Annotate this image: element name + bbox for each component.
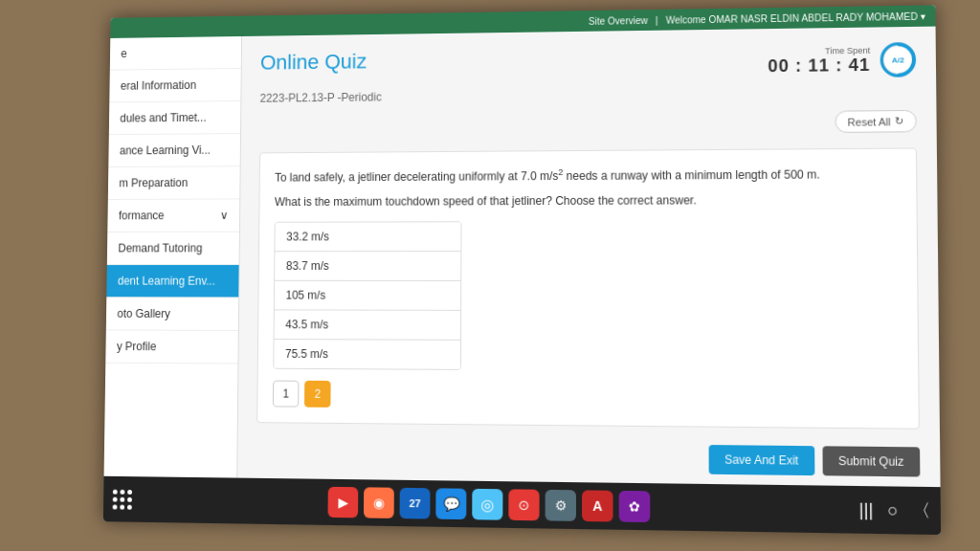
taskbar-app-chat[interactable]: 💬 bbox=[435, 488, 466, 519]
answer-option-4[interactable]: 43.5 m/s bbox=[275, 310, 461, 341]
apps-grid-icon[interactable] bbox=[113, 489, 132, 509]
answer-option-2[interactable]: 83.7 m/s bbox=[275, 252, 460, 281]
sidebar-item-e[interactable]: e bbox=[110, 36, 241, 71]
dot bbox=[120, 489, 124, 494]
progress-circle: A/2 bbox=[880, 42, 917, 77]
timer-label-value: Time Spent 00 : 11 : 41 bbox=[768, 45, 870, 76]
answer-options: 33.2 m/s 83.7 m/s 105 m/s 43.5 m/s 75.5 … bbox=[273, 221, 461, 370]
dot bbox=[113, 504, 118, 509]
dot bbox=[127, 496, 132, 501]
answer-option-3[interactable]: 105 m/s bbox=[275, 281, 460, 311]
dot bbox=[120, 496, 124, 501]
welcome-text: Welcome OMAR NASR ELDIN ABDEL RADY MOHAM… bbox=[666, 11, 925, 25]
gear-app-icon: ⚙ bbox=[554, 497, 567, 513]
purple-app-icon: ✿ bbox=[629, 498, 640, 515]
page-btn-2[interactable]: 2 bbox=[304, 381, 331, 408]
sidebar-item-profile[interactable]: y Profile bbox=[105, 330, 238, 364]
top-bar-right: Site Overview | Welcome OMAR NASR ELDIN … bbox=[589, 11, 925, 26]
dot bbox=[120, 504, 124, 509]
taskbar-app-orange[interactable]: ◉ bbox=[364, 487, 394, 518]
taskbar-app-circle[interactable]: ◎ bbox=[472, 489, 502, 520]
pdf-app-icon: A bbox=[592, 498, 602, 514]
reset-label: Reset All bbox=[848, 116, 891, 128]
timer-value: 00 : 11 : 41 bbox=[768, 55, 870, 76]
sidebar-item-photo-gallery[interactable]: oto Gallery bbox=[106, 298, 238, 331]
chevron-down-icon: ∨ bbox=[220, 209, 229, 222]
pagination: 1 2 bbox=[273, 381, 902, 412]
main-layout: e eral Information dules and Timet... an… bbox=[104, 27, 941, 488]
answer-option-5[interactable]: 75.5 m/s bbox=[274, 340, 460, 369]
sidebar-item-student-learning[interactable]: dent Learning Env... bbox=[106, 265, 238, 298]
sidebar-item-learning-vi[interactable]: ance Learning Vi... bbox=[108, 134, 240, 167]
sidebar-item-performance-label: formance bbox=[119, 209, 165, 222]
sidebar-item-schedules[interactable]: dules and Timet... bbox=[109, 101, 241, 135]
back-icon[interactable]: 〈 bbox=[912, 498, 930, 522]
orange-app-icon: ◉ bbox=[373, 495, 385, 510]
sidebar-item-demand-tutoring[interactable]: Demand Tutoring bbox=[107, 232, 239, 265]
red2-app-icon: ⊙ bbox=[518, 497, 529, 513]
quiz-title: Online Quiz bbox=[260, 50, 367, 76]
taskbar-app-gear[interactable]: ⚙ bbox=[546, 490, 576, 521]
sidebar: e eral Information dules and Timet... an… bbox=[104, 36, 243, 478]
reset-all-button[interactable]: Reset All ↻ bbox=[835, 110, 917, 133]
taskbar-apps: ▶ ◉ 27 💬 ◎ ⊙ ⚙ A ✿ bbox=[328, 487, 651, 522]
taskbar-app-calendar[interactable]: 27 bbox=[400, 488, 431, 519]
red-app-icon: ▶ bbox=[338, 495, 348, 510]
taskbar-app-red[interactable]: ▶ bbox=[328, 487, 359, 518]
quiz-header: Online Quiz Time Spent 00 : 11 : 41 A/2 bbox=[260, 42, 916, 84]
calendar-app-icon: 27 bbox=[409, 497, 420, 509]
chat-app-icon: 💬 bbox=[443, 496, 459, 512]
question-subtext: What is the maximum touchdown speed of t… bbox=[275, 192, 901, 209]
taskbar-app-purple[interactable]: ✿ bbox=[619, 491, 651, 522]
taskbar: ▶ ◉ 27 💬 ◎ ⊙ ⚙ A ✿ bbox=[103, 476, 941, 535]
dot bbox=[113, 496, 118, 501]
question-area: To land safely, a jetliner decelerating … bbox=[256, 147, 920, 429]
quiz-code: 2223-PL2.13-P -Periodic bbox=[260, 85, 917, 105]
save-exit-button[interactable]: Save And Exit bbox=[708, 445, 814, 475]
dot bbox=[113, 489, 118, 494]
separator: | bbox=[656, 14, 658, 25]
submit-quiz-button[interactable]: Submit Quiz bbox=[822, 446, 920, 476]
taskbar-right: ||| ○ 〈 bbox=[859, 497, 931, 522]
progress-inner: A/2 bbox=[884, 46, 912, 74]
circle-app-icon: ◎ bbox=[480, 496, 494, 514]
action-buttons: Save And Exit Submit Quiz bbox=[708, 445, 920, 476]
menu-icon[interactable]: ||| bbox=[859, 499, 874, 520]
sidebar-item-performance[interactable]: formance ∨ bbox=[107, 199, 239, 232]
home-icon[interactable]: ○ bbox=[887, 499, 899, 520]
dot bbox=[127, 504, 132, 509]
answer-option-1[interactable]: 33.2 m/s bbox=[275, 222, 460, 252]
question-text-part1: To land safely, a jetliner decelerating … bbox=[275, 169, 558, 184]
question-text-end: needs a runway with a minimum length of … bbox=[563, 167, 820, 183]
sidebar-item-general-info[interactable]: eral Information bbox=[109, 69, 240, 102]
sidebar-item-preparation[interactable]: m Preparation bbox=[108, 166, 240, 200]
site-overview-link[interactable]: Site Overview bbox=[589, 15, 648, 27]
refresh-icon: ↻ bbox=[895, 115, 903, 127]
dot bbox=[127, 489, 132, 494]
taskbar-app-red2[interactable]: ⊙ bbox=[508, 489, 539, 520]
content-area: Online Quiz Time Spent 00 : 11 : 41 A/2 … bbox=[237, 27, 940, 488]
timer-section: Time Spent 00 : 11 : 41 A/2 bbox=[768, 42, 916, 78]
timer-label: Time Spent bbox=[768, 45, 870, 55]
question-text: To land safely, a jetliner decelerating … bbox=[275, 165, 901, 187]
taskbar-app-pdf[interactable]: A bbox=[582, 490, 613, 521]
page-btn-1[interactable]: 1 bbox=[273, 381, 300, 408]
reset-btn-container: Reset All ↻ bbox=[259, 110, 917, 138]
